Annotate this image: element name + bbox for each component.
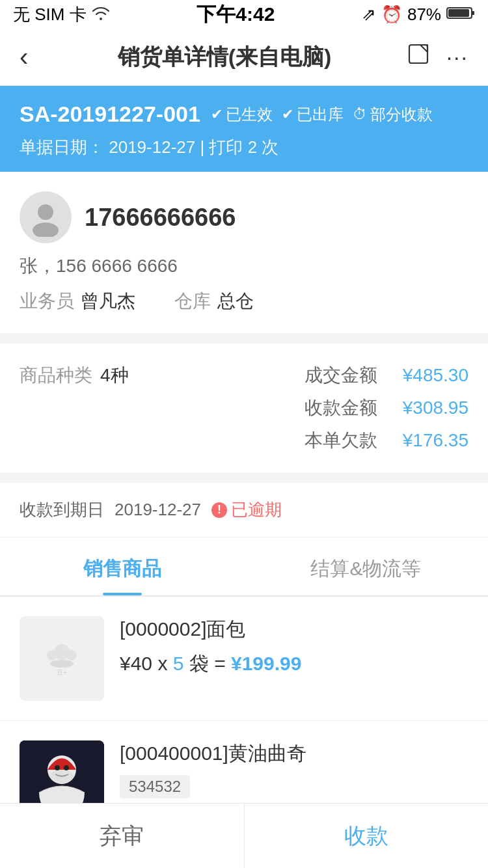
- tab-settlement[interactable]: 结算&物流等: [244, 537, 488, 595]
- warehouse-item: 仓库 总仓: [174, 289, 254, 314]
- customer-section: 17666666666 张，156 6666 6666 业务员 曾凡杰 仓库 总…: [0, 172, 488, 333]
- svg-point-9: [50, 660, 74, 668]
- due-date-label: 收款到期日: [20, 498, 104, 521]
- due-amount-row: 本单欠款 ¥176.35: [305, 428, 468, 453]
- svg-point-7: [47, 650, 57, 660]
- shipped-icon: ✔: [282, 106, 293, 123]
- badge-shipped: ✔ 已出库: [282, 104, 344, 125]
- customer-detail: 张，156 6666 6666: [20, 254, 468, 278]
- svg-rect-3: [409, 45, 427, 63]
- status-time: 下午4:42: [197, 1, 275, 28]
- alarm-icon: ⏰: [381, 5, 402, 25]
- battery-label: 87%: [407, 5, 441, 25]
- due-date-section: 收款到期日 2019-12-27 ! 已逾期: [0, 483, 488, 537]
- order-header: SA-20191227-001 ✔ 已生效 ✔ 已出库 ⏱ 部分收款 单据日期：…: [0, 86, 488, 172]
- product-item: 豆+ [0000002]面包 ¥40 x 5 袋 = ¥199.99: [0, 597, 488, 721]
- sim-label: 无 SIM 卡: [13, 3, 87, 26]
- svg-rect-1: [472, 11, 474, 15]
- tab-products[interactable]: 销售商品: [0, 537, 244, 595]
- due-date-value: 2019-12-27: [115, 500, 201, 520]
- product-tag-2: 534532: [120, 775, 190, 798]
- status-left: 无 SIM 卡: [13, 3, 110, 26]
- order-id: SA-20191227-001: [20, 102, 200, 127]
- svg-point-15: [64, 765, 69, 770]
- overdue-icon: !: [211, 502, 227, 518]
- product-image-1: 豆+: [20, 616, 104, 701]
- share-icon[interactable]: [406, 42, 431, 72]
- back-button[interactable]: ‹: [20, 42, 59, 72]
- page-title: 销货单详情(来自电脑): [59, 42, 390, 72]
- badge-partial: ⏱ 部分收款: [353, 104, 433, 125]
- avatar: [20, 191, 72, 243]
- customer-meta: 业务员 曾凡杰 仓库 总仓: [20, 289, 468, 314]
- more-icon[interactable]: ···: [446, 44, 468, 70]
- received-amount-row: 收款金额 ¥308.95: [305, 396, 468, 420]
- salesman-item: 业务员 曾凡杰: [20, 289, 135, 314]
- product-name-2: [000400001]黄油曲奇: [120, 740, 468, 767]
- amount-info: 成交金额 ¥485.30 收款金额 ¥308.95 本单欠款 ¥176.35: [305, 363, 468, 453]
- product-info-1: [0000002]面包 ¥40 x 5 袋 = ¥199.99: [120, 616, 468, 677]
- cancel-button[interactable]: 弃审: [0, 804, 245, 868]
- deal-amount-row: 成交金额 ¥485.30: [305, 363, 468, 388]
- active-icon: ✔: [211, 106, 223, 123]
- svg-point-14: [55, 765, 60, 770]
- overdue-badge: ! 已逾期: [211, 498, 282, 521]
- battery-icon: [446, 5, 475, 25]
- svg-rect-2: [448, 9, 469, 17]
- bottom-bar: 弃审 收款: [0, 803, 488, 868]
- nav-bar: ‹ 销货单详情(来自电脑) ···: [0, 29, 488, 86]
- product-price-1: ¥40 x 5 袋 = ¥199.99: [120, 651, 468, 677]
- customer-top: 17666666666: [20, 191, 468, 243]
- badge-active: ✔ 已生效: [211, 104, 273, 125]
- status-right: ⇗ ⏰ 87%: [362, 5, 475, 25]
- order-date-row: 单据日期： 2019-12-27 | 打印 2 次: [20, 136, 468, 159]
- confirm-button[interactable]: 收款: [245, 804, 489, 868]
- status-bar: 无 SIM 卡 下午4:42 ⇗ ⏰ 87%: [0, 0, 488, 29]
- partial-icon: ⏱: [353, 106, 367, 123]
- svg-text:豆+: 豆+: [57, 669, 67, 676]
- nav-actions: ···: [390, 42, 468, 72]
- tabs: 销售商品 结算&物流等: [0, 537, 488, 597]
- customer-name: 17666666666: [85, 204, 236, 232]
- svg-point-5: [33, 223, 59, 237]
- location-icon: ⇗: [362, 5, 376, 25]
- summary-section: 商品种类 4种 成交金额 ¥485.30 收款金额 ¥308.95 本单欠款 ¥…: [0, 344, 488, 472]
- category-info: 商品种类 4种: [20, 363, 129, 388]
- svg-point-4: [38, 204, 53, 220]
- svg-point-8: [66, 650, 77, 660]
- wifi-icon: [92, 5, 110, 25]
- order-badges: ✔ 已生效 ✔ 已出库 ⏱ 部分收款: [211, 104, 433, 125]
- product-name-1: [0000002]面包: [120, 616, 468, 643]
